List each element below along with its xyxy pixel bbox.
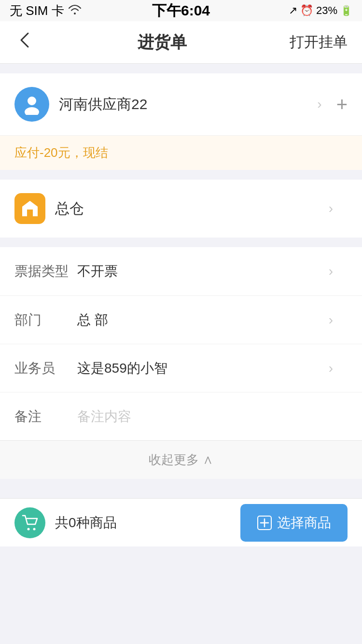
warehouse-icon [14,193,45,224]
warehouse-arrow-icon: › [329,201,333,216]
collapse-button[interactable]: 收起更多 ∧ [0,440,362,479]
shopping-cart-icon [21,514,39,532]
department-row[interactable]: 部门 总 部 › [0,295,362,344]
page-title: 进货单 [138,31,187,54]
department-value: 总 部 [77,311,329,329]
warehouse-row[interactable]: 总仓 › [0,180,362,238]
supplier-avatar [14,87,49,122]
person-icon [21,94,42,115]
product-count-text: 共0种商品 [55,514,240,532]
alarm-icon: ⏰ [300,4,313,17]
cart-icon-wrapper [14,507,45,538]
carrier-text: 无 SIM 卡 [10,2,64,19]
section-gap-2 [0,170,362,180]
status-carrier: 无 SIM 卡 [10,2,82,19]
select-product-icon [257,515,272,531]
add-supplier-button[interactable]: + [336,94,348,115]
department-arrow-icon: › [329,312,333,328]
warehouse-card: 总仓 › [0,180,362,238]
page-background [0,546,362,644]
status-bar: 无 SIM 卡 下午6:04 ↗ ⏰ 23% 🔋 [0,0,362,21]
supplier-notice: 应付-20元，现结 [0,136,362,170]
remarks-placeholder[interactable]: 备注内容 [77,407,348,426]
svg-point-3 [28,528,30,530]
department-label: 部门 [14,311,77,329]
ticket-type-row[interactable]: 票据类型 不开票 › [0,247,362,295]
salesperson-label: 业务员 [14,359,77,378]
svg-point-1 [25,107,39,115]
house-icon [20,199,40,218]
wifi-icon [68,4,82,17]
battery-icon: 🔋 [340,5,352,16]
salesperson-value: 这是859的小智 [77,359,329,378]
open-pending-button[interactable]: 打开挂单 [290,32,348,52]
ticket-type-value: 不开票 [77,262,329,280]
nav-bar: 进货单 打开挂单 [0,21,362,64]
supplier-row[interactable]: 河南供应商22 › + [0,73,362,136]
location-icon: ↗ [289,4,297,17]
battery-percent: 23% [316,4,337,17]
supplier-card: 河南供应商22 › + 应付-20元，现结 [0,73,362,170]
svg-point-4 [33,528,36,530]
section-gap-3 [0,238,362,247]
select-product-button[interactable]: 选择商品 [240,504,348,542]
svg-rect-2 [27,210,33,216]
salesperson-row[interactable]: 业务员 这是859的小智 › [0,344,362,392]
warehouse-name: 总仓 [55,199,329,219]
section-gap-4 [0,479,362,489]
supplier-name: 河南供应商22 [59,95,317,114]
supplier-arrow-icon: › [317,97,321,112]
svg-point-0 [28,97,36,105]
ticket-type-arrow-icon: › [329,264,333,279]
status-time: 下午6:04 [152,1,210,21]
select-product-label: 选择商品 [277,514,331,532]
ticket-type-label: 票据类型 [14,262,77,280]
back-button[interactable] [14,27,35,58]
status-right-group: ↗ ⏰ 23% 🔋 [289,4,352,17]
form-card: 票据类型 不开票 › 部门 总 部 › 业务员 这是859的小智 › 备注 备注… [0,247,362,479]
salesperson-arrow-icon: › [329,361,333,376]
collapse-label: 收起更多 ∧ [149,451,213,468]
remarks-label: 备注 [14,407,77,426]
remarks-row[interactable]: 备注 备注内容 [0,392,362,440]
section-gap-1 [0,64,362,73]
bottom-bar: 共0种商品 选择商品 [0,498,362,546]
